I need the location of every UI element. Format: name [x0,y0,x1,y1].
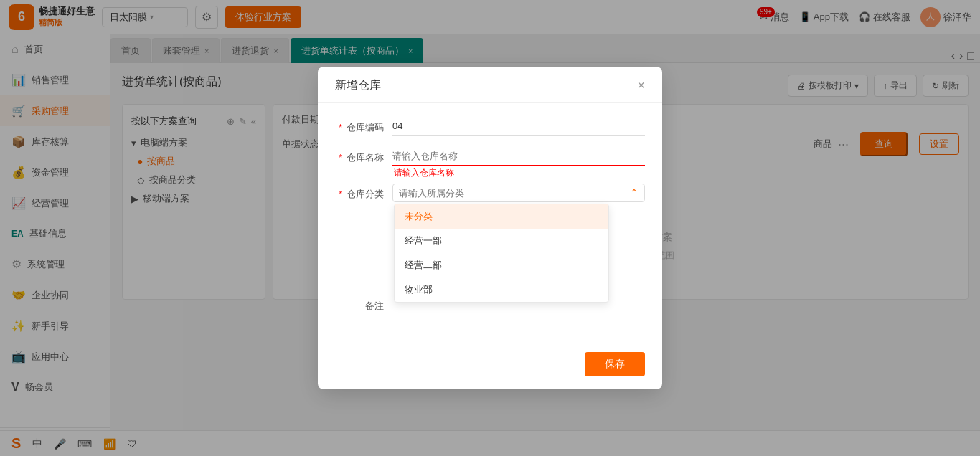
modal-overlay: 新增仓库 × * 仓库编码 * 仓库名称 请输入仓库名称 [0,0,980,456]
dropdown-item-uncategorized[interactable]: 未分类 [395,204,608,229]
form-row-name: * 仓库名称 请输入仓库名称 [335,147,645,166]
name-error-msg: 请输入仓库名称 [394,167,454,179]
classify-required-star: * [339,189,342,199]
name-input[interactable] [392,147,645,166]
name-required-star: * [339,152,342,163]
code-required-star: * [339,122,342,133]
code-input[interactable] [392,117,645,136]
remark-label: 备注 [335,295,384,313]
modal-close-button[interactable]: × [637,78,645,93]
modal-header: 新增仓库 × [318,67,662,103]
modal-footer: 保存 [318,343,662,389]
modal-body: * 仓库编码 * 仓库名称 请输入仓库名称 * 仓库分类 [318,103,662,337]
classify-input-wrap: ⌃ [392,184,645,202]
classify-dropdown: 未分类 经营一部 经营二部 物业部 [394,204,609,303]
dropdown-item-dept2[interactable]: 经营二部 [395,253,608,277]
form-row-code: * 仓库编码 [335,117,645,136]
name-label: * 仓库名称 [335,147,384,164]
classify-input[interactable] [399,188,630,199]
classify-chevron-icon[interactable]: ⌃ [630,187,639,199]
dropdown-item-dept1[interactable]: 经营一部 [395,229,608,253]
add-warehouse-modal: 新增仓库 × * 仓库编码 * 仓库名称 请输入仓库名称 [318,67,662,389]
classify-label: * 仓库分类 [335,184,384,201]
modal-title: 新增仓库 [335,78,381,93]
form-row-classify: * 仓库分类 ⌃ 未分类 经营一部 经营二部 [335,184,645,202]
save-button[interactable]: 保存 [585,352,645,376]
code-label: * 仓库编码 [335,117,384,134]
dropdown-item-property[interactable]: 物业部 [395,277,608,302]
